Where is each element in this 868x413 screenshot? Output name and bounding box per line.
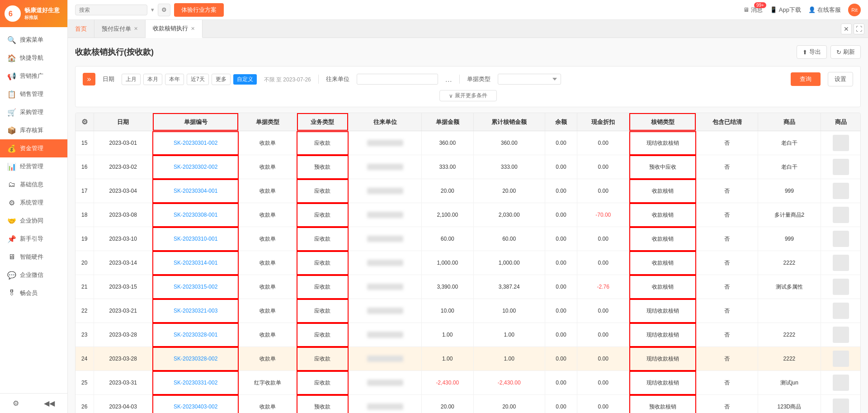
sidebar-footer: ⚙ ◀◀ — [0, 393, 67, 413]
row-biz-type: 应收款 — [297, 347, 349, 371]
bill-no-link[interactable]: SK-20230321-003 — [174, 308, 217, 314]
date-btn-7days[interactable]: 近7天 — [187, 74, 209, 85]
row-date: 2023-03-21 — [94, 299, 152, 323]
row-goods: 老白干 — [758, 131, 821, 155]
tab-close-active-icon[interactable]: ✕ — [191, 26, 195, 32]
row-date: 2023-03-14 — [94, 251, 152, 275]
tab-home[interactable]: 首页 — [68, 20, 94, 38]
sidebar-item-system[interactable]: ⚙ 系统管理 — [0, 194, 67, 212]
gear-button[interactable]: ⚙ — [158, 4, 170, 16]
sidebar-collapse-icon[interactable]: ◀◀ — [44, 399, 55, 408]
filter-dots[interactable]: ... — [445, 75, 452, 84]
sidebar-item-enterprise[interactable]: 🤝 企业协同 — [0, 212, 67, 230]
sidebar-item-search[interactable]: 🔍 搜索菜单 — [0, 31, 67, 49]
tab-collection[interactable]: 收款核销执行 ✕ — [146, 20, 203, 38]
sidebar-item-label: 营销推广 — [20, 72, 43, 80]
row-date: 2023-03-01 — [94, 131, 152, 155]
col-balance: 余额 — [545, 113, 577, 131]
sidebar-item-sales[interactable]: 📋 销售管理 — [0, 85, 67, 103]
export-button[interactable]: ⬆ 导出 — [797, 45, 827, 59]
bill-no-link[interactable]: SK-20230403-002 — [174, 404, 217, 410]
app-download-button[interactable]: 📱 App下载 — [770, 6, 801, 14]
page-title: 收款核销执行(按收款) — [75, 47, 154, 57]
row-bill-type: 收款单 — [239, 299, 297, 323]
row-biz-type: 应收款 — [297, 371, 349, 395]
bill-no-link[interactable]: SK-20230315-002 — [174, 284, 217, 290]
partner-input[interactable] — [357, 74, 438, 85]
row-cash-discount: -2.76 — [577, 275, 629, 299]
sidebar-item-wechat[interactable]: 💬 企业微信 — [0, 266, 67, 284]
bill-no-link[interactable]: SK-20230302-002 — [174, 164, 217, 170]
sidebar-item-marketing[interactable]: 📢 营销推广 — [0, 67, 67, 85]
sidebar-item-operation[interactable]: 📊 经营管理 — [0, 157, 67, 176]
row-biz-type: 应收款 — [297, 299, 349, 323]
user-avatar[interactable]: Rit — [848, 4, 861, 16]
settings-button[interactable]: 设置 — [828, 72, 853, 86]
query-button[interactable]: 查询 — [791, 72, 821, 86]
bill-no-link[interactable]: SK-20230331-002 — [174, 380, 217, 386]
expand-button[interactable]: ∨ 展开更多条件 — [439, 90, 497, 101]
online-service-button[interactable]: 👤 在线客服 — [808, 6, 841, 14]
sidebar-item-purchase[interactable]: 🛒 采购管理 — [0, 103, 67, 121]
col-settings-icon[interactable]: ⚙ — [81, 118, 88, 126]
member-icon: 🎖 — [7, 289, 16, 298]
row-amount: 10.00 — [421, 299, 473, 323]
filter-toggle-btn[interactable]: » — [83, 73, 95, 85]
sidebar-item-finance[interactable]: 💰 资金管理 — [0, 139, 67, 157]
row-partner — [349, 227, 421, 251]
row-goods: 测试多属性 — [758, 275, 821, 299]
row-bill-type: 收款单 — [239, 275, 297, 299]
sidebar-item-basic[interactable]: 🗂 基础信息 — [0, 176, 67, 194]
sidebar-item-inventory[interactable]: 📦 库存核算 — [0, 121, 67, 139]
sidebar-item-member[interactable]: 🎖 畅会员 — [0, 284, 67, 302]
tab-controls: ✕ ⛶ — [837, 20, 868, 38]
page-content: 收款核销执行(按收款) ⬆ 导出 ↻ 刷新 » 日期 上月 — [68, 38, 868, 413]
row-no: 24 — [75, 347, 94, 371]
row-no: 16 — [75, 155, 94, 179]
system-icon: ⚙ — [7, 198, 16, 207]
industry-button[interactable]: 体验行业方案 — [174, 3, 224, 17]
row-date: 2023-04-03 — [94, 395, 152, 413]
bill-type-select[interactable] — [498, 74, 561, 85]
date-btn-this-year[interactable]: 本年 — [165, 74, 184, 85]
bill-no-link[interactable]: SK-20230301-002 — [174, 140, 217, 146]
sidebar-item-hardware[interactable]: 🖥 智能硬件 — [0, 248, 67, 266]
table-row: 23 2023-03-28 SK-20230328-001 收款单 应收款 1.… — [75, 323, 860, 347]
bill-no-link[interactable]: SK-20230310-001 — [174, 236, 217, 242]
refresh-button[interactable]: ↻ 刷新 — [830, 45, 861, 59]
guide-icon: 📌 — [7, 234, 16, 243]
tab-close-window-btn[interactable]: ✕ — [841, 24, 852, 34]
tab-maximize-btn[interactable]: ⛶ — [854, 24, 864, 34]
bill-no-link[interactable]: SK-20230304-001 — [174, 188, 217, 194]
bill-no-link[interactable]: SK-20230328-001 — [174, 332, 217, 338]
date-btn-last-month[interactable]: 上月 — [122, 74, 141, 85]
sidebar-item-guide[interactable]: 📌 新手引导 — [0, 230, 67, 248]
row-goods: 999 — [758, 227, 821, 251]
row-goods: 2222 — [758, 347, 821, 371]
export-icon: ⬆ — [802, 49, 807, 56]
date-btn-this-month[interactable]: 本月 — [143, 74, 162, 85]
date-custom-btn[interactable]: 自定义 — [233, 74, 257, 85]
tab-close-icon[interactable]: ✕ — [134, 26, 138, 32]
notification-button[interactable]: 🖥 消息 99+ — [743, 6, 763, 14]
date-btn-more[interactable]: 更多 — [212, 74, 231, 85]
row-biz-type: 应收款 — [297, 275, 349, 299]
row-balance: 0.00 — [545, 251, 577, 275]
bill-no-link[interactable]: SK-20230308-001 — [174, 212, 217, 218]
sidebar-item-label: 采购管理 — [20, 108, 43, 116]
col-amount: 单据金额 — [421, 113, 473, 131]
tab-prepayment[interactable]: 预付应付单 ✕ — [94, 20, 146, 38]
row-bill-type: 收款单 — [239, 131, 297, 155]
sidebar-item-quicknav[interactable]: 🏠 快捷导航 — [0, 49, 67, 67]
sidebar-settings-icon[interactable]: ⚙ — [13, 399, 19, 408]
bill-no-link[interactable]: SK-20230314-001 — [174, 260, 217, 266]
basic-icon: 🗂 — [7, 180, 16, 189]
download-icon: 📱 — [770, 6, 777, 13]
date-buttons: 上月 本月 本年 近7天 更多 自定义 — [122, 74, 257, 85]
row-cash-discount: 0.00 — [577, 155, 629, 179]
row-bill-type: 红字收款单 — [239, 371, 297, 395]
search-input[interactable] — [75, 5, 147, 15]
row-goods: 999 — [758, 179, 821, 203]
table-row: 16 2023-03-02 SK-20230302-002 收款单 预收款 33… — [75, 155, 860, 179]
bill-no-link[interactable]: SK-20230328-002 — [174, 356, 217, 362]
